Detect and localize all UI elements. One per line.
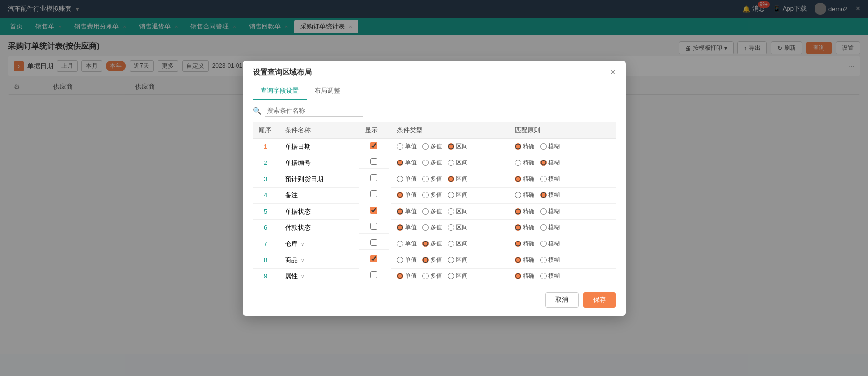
match-fuzzy-radio-8[interactable]	[540, 273, 547, 279]
match-fuzzy-5[interactable]: 模糊	[540, 223, 560, 232]
type-single-radio-8[interactable]	[397, 273, 403, 279]
type-range-radio-1[interactable]	[448, 160, 454, 166]
type-range-radio-2[interactable]	[448, 176, 454, 182]
type-single-1[interactable]: 单值	[397, 159, 417, 167]
match-exact-radio-0[interactable]	[515, 143, 521, 150]
type-multiple-radio-0[interactable]	[422, 143, 429, 150]
type-single-5[interactable]: 单值	[397, 223, 417, 232]
type-single-radio-5[interactable]	[397, 224, 403, 231]
save-button[interactable]: 保存	[583, 292, 616, 308]
type-range-radio-6[interactable]	[448, 241, 454, 247]
type-range-5[interactable]: 区间	[448, 223, 468, 232]
match-exact-radio-2[interactable]	[515, 176, 521, 182]
match-fuzzy-radio-6[interactable]	[540, 241, 547, 247]
match-fuzzy-0[interactable]: 模糊	[540, 142, 560, 151]
type-range-radio-5[interactable]	[448, 224, 454, 231]
display-checkbox-8[interactable]	[370, 271, 377, 278]
display-checkbox-0[interactable]	[370, 142, 377, 149]
modal-close-button[interactable]: ×	[610, 68, 616, 77]
display-checkbox-4[interactable]	[370, 207, 377, 214]
type-range-1[interactable]: 区间	[448, 159, 468, 167]
type-multiple-radio-3[interactable]	[422, 192, 429, 198]
type-single-8[interactable]: 单值	[397, 272, 417, 280]
match-exact-2[interactable]: 精确	[515, 175, 534, 183]
type-single-4[interactable]: 单值	[397, 207, 417, 215]
type-single-radio-4[interactable]	[397, 208, 403, 215]
type-range-radio-8[interactable]	[448, 273, 454, 279]
match-exact-8[interactable]: 精确	[515, 272, 534, 280]
match-exact-1[interactable]: 精确	[515, 159, 534, 167]
type-range-radio-4[interactable]	[448, 208, 454, 215]
type-multiple-2[interactable]: 多值	[422, 175, 442, 183]
type-multiple-radio-4[interactable]	[422, 208, 429, 215]
match-exact-5[interactable]: 精确	[515, 223, 534, 232]
match-exact-radio-4[interactable]	[515, 208, 521, 215]
match-fuzzy-6[interactable]: 模糊	[540, 240, 560, 248]
match-fuzzy-radio-3[interactable]	[540, 192, 547, 198]
display-checkbox-3[interactable]	[370, 190, 377, 197]
type-multiple-radio-6[interactable]	[422, 241, 429, 247]
display-checkbox-6[interactable]	[370, 239, 377, 246]
match-exact-radio-8[interactable]	[515, 273, 521, 279]
type-multiple-radio-2[interactable]	[422, 176, 429, 182]
type-multiple-3[interactable]: 多值	[422, 191, 442, 199]
type-range-0[interactable]: 区间	[448, 142, 468, 151]
type-multiple-radio-7[interactable]	[422, 257, 429, 263]
match-exact-4[interactable]: 精确	[515, 207, 534, 215]
type-multiple-0[interactable]: 多值	[422, 142, 442, 151]
match-fuzzy-radio-2[interactable]	[540, 176, 547, 182]
type-multiple-8[interactable]: 多值	[422, 272, 442, 280]
display-checkbox-2[interactable]	[370, 174, 377, 181]
display-checkbox-1[interactable]	[370, 158, 377, 165]
type-multiple-5[interactable]: 多值	[422, 223, 442, 232]
match-fuzzy-2[interactable]: 模糊	[540, 175, 560, 183]
type-single-0[interactable]: 单值	[397, 142, 417, 151]
type-single-radio-0[interactable]	[397, 143, 403, 150]
type-range-radio-0[interactable]	[448, 143, 454, 150]
match-exact-7[interactable]: 精确	[515, 256, 534, 264]
match-fuzzy-7[interactable]: 模糊	[540, 256, 560, 264]
type-range-4[interactable]: 区间	[448, 207, 468, 215]
type-single-7[interactable]: 单值	[397, 256, 417, 264]
type-range-6[interactable]: 区间	[448, 240, 468, 248]
modal-tab-1[interactable]: 布局调整	[307, 82, 348, 100]
match-exact-radio-5[interactable]	[515, 224, 521, 231]
type-range-3[interactable]: 区间	[448, 191, 468, 199]
match-fuzzy-radio-5[interactable]	[540, 224, 547, 231]
type-range-radio-3[interactable]	[448, 192, 454, 198]
type-multiple-7[interactable]: 多值	[422, 256, 442, 264]
cancel-button[interactable]: 取消	[545, 292, 579, 308]
match-exact-radio-3[interactable]	[515, 192, 521, 198]
type-single-radio-2[interactable]	[397, 176, 403, 182]
match-exact-3[interactable]: 精确	[515, 191, 534, 199]
type-multiple-1[interactable]: 多值	[422, 159, 442, 167]
type-range-2[interactable]: 区间	[448, 175, 468, 183]
type-multiple-4[interactable]: 多值	[422, 207, 442, 215]
type-single-2[interactable]: 单值	[397, 175, 417, 183]
search-input[interactable]	[265, 105, 363, 117]
type-single-radio-6[interactable]	[397, 241, 403, 247]
match-fuzzy-4[interactable]: 模糊	[540, 207, 560, 215]
type-single-3[interactable]: 单值	[397, 191, 417, 199]
match-fuzzy-8[interactable]: 模糊	[540, 272, 560, 280]
match-exact-0[interactable]: 精确	[515, 142, 534, 151]
match-exact-radio-6[interactable]	[515, 241, 521, 247]
type-single-radio-3[interactable]	[397, 192, 403, 198]
match-fuzzy-1[interactable]: 模糊	[540, 159, 560, 167]
match-fuzzy-radio-1[interactable]	[540, 160, 547, 166]
match-fuzzy-radio-0[interactable]	[540, 143, 547, 150]
match-exact-radio-7[interactable]	[515, 257, 521, 263]
match-exact-radio-1[interactable]	[515, 160, 521, 166]
type-range-8[interactable]: 区间	[448, 272, 468, 280]
type-single-6[interactable]: 单值	[397, 240, 417, 248]
type-multiple-6[interactable]: 多值	[422, 240, 442, 248]
match-fuzzy-radio-7[interactable]	[540, 257, 547, 263]
type-multiple-radio-5[interactable]	[422, 224, 429, 231]
type-multiple-radio-1[interactable]	[422, 160, 429, 166]
type-multiple-radio-8[interactable]	[422, 273, 429, 279]
match-fuzzy-radio-4[interactable]	[540, 208, 547, 215]
match-fuzzy-3[interactable]: 模糊	[540, 191, 560, 199]
type-single-radio-1[interactable]	[397, 160, 403, 166]
type-range-7[interactable]: 区间	[448, 256, 468, 264]
display-checkbox-7[interactable]	[370, 255, 377, 262]
